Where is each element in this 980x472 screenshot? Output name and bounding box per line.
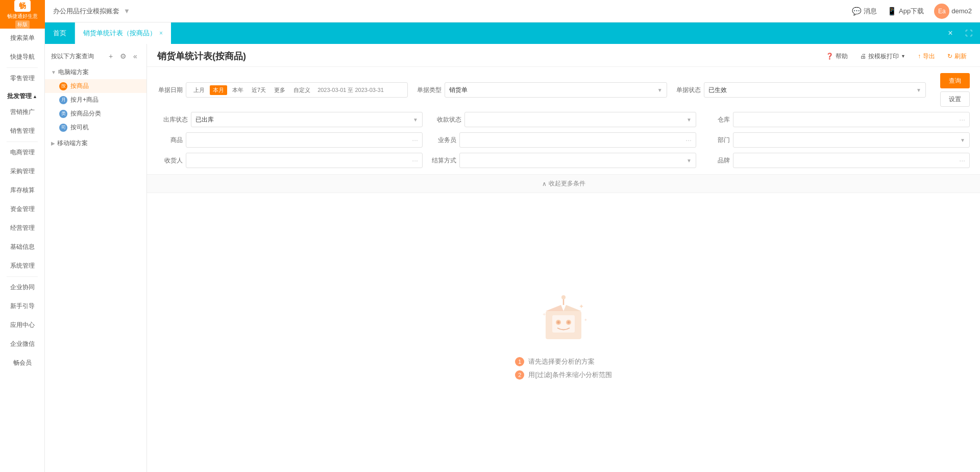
sidebar-item-marketing[interactable]: 营销推广 xyxy=(0,103,45,122)
app-download-action[interactable]: 📱 App下载 xyxy=(887,7,924,16)
sidebar-item-system-mgmt[interactable]: 系统管理 xyxy=(0,256,45,275)
date-range-text: 2023-03-01 至 2023-03-31 xyxy=(317,86,384,94)
tab-fullscreen-btn[interactable]: ⛶ xyxy=(962,26,976,40)
sidebar-item-finance-mgmt[interactable]: 资金管理 xyxy=(0,200,45,219)
header-actions: 💬 消息 📱 App下载 Ea demo2 xyxy=(852,4,972,19)
add-scheme-btn[interactable]: + xyxy=(106,51,116,61)
department-label: 部门 xyxy=(704,136,730,145)
print-icon: 🖨 xyxy=(860,53,866,60)
sidebar-item-quick-nav[interactable]: 快捷导航 xyxy=(0,48,45,66)
content-area: 按以下方案查询 + ⚙ « ▼ 电脑端方案 按 按商品 月 按月+ xyxy=(45,44,980,472)
warehouse-status-label: 出库状态 xyxy=(157,115,188,124)
tip-num-2: 2 xyxy=(515,370,524,380)
payment-status-select[interactable]: ▼ xyxy=(464,112,696,127)
date-tabs: 上月 本月 本年 近7天 更多 自定义 xyxy=(190,85,313,95)
edit-scheme-btn[interactable]: ⚙ xyxy=(118,51,128,61)
tab-close-window-btn[interactable]: × xyxy=(943,26,958,40)
tab-home[interactable]: 首页 xyxy=(45,22,75,44)
tree-node-by-printer[interactable]: 司 按司机 xyxy=(45,121,146,134)
message-action[interactable]: 💬 消息 xyxy=(852,7,877,16)
recipient-input[interactable]: ··· xyxy=(186,153,423,168)
sidebar-item-sales-mgmt[interactable]: 销售管理 xyxy=(0,122,45,140)
sidebar-item-app-center[interactable]: 应用中心 xyxy=(0,316,45,335)
empty-tip-1: 1 请先选择要分析的方案 xyxy=(515,357,611,366)
sidebar-item-enterprise-collab[interactable]: 企业协同 xyxy=(0,278,45,297)
date-tab-more[interactable]: 更多 xyxy=(271,85,288,95)
sidebar-item-search-menu[interactable]: 搜索菜单 xyxy=(0,29,45,48)
message-icon: 💬 xyxy=(852,7,862,16)
filter-settlement-item: 结算方式 ▼ xyxy=(431,153,696,168)
left-panel-actions: + ⚙ « xyxy=(106,51,140,61)
date-tab-custom[interactable]: 自定义 xyxy=(290,85,313,95)
sidebar-item-new-guide[interactable]: 新手引导 xyxy=(0,297,45,316)
date-tab-current-month[interactable]: 本月 xyxy=(210,85,227,95)
settlement-label: 结算方式 xyxy=(431,156,456,165)
recipient-label: 收货人 xyxy=(157,156,183,165)
department-select[interactable]: ▼ xyxy=(733,132,970,148)
filter-product-item: 商品 ··· xyxy=(157,132,423,148)
date-label: 单据日期 xyxy=(157,86,183,95)
filter-row-2: 出库状态 已出库 ▼ 收款状态 ▼ 仓库 xyxy=(157,112,970,127)
recipient-dots-icon: ··· xyxy=(412,156,418,164)
tab-active[interactable]: 销货单统计表（按商品） × xyxy=(75,22,171,44)
tree-node-by-product[interactable]: 按 按商品 xyxy=(45,79,146,93)
doc-type-select[interactable]: 销货单 ▼ xyxy=(445,82,667,98)
sidebar-item-ops-mgmt[interactable]: 经营管理 xyxy=(0,219,45,238)
product-dots-icon: ··· xyxy=(412,136,418,144)
empty-tip-2: 2 用[过滤]条件来缩小分析范围 xyxy=(515,370,611,380)
brand-input[interactable]: ··· xyxy=(733,153,970,168)
warehouse-input[interactable]: ··· xyxy=(733,112,970,127)
filter-buttons: 查询 设置 xyxy=(940,73,970,107)
collapse-bar[interactable]: ∧ 收起更多条件 xyxy=(147,175,980,193)
warehouse-status-select[interactable]: 已出库 ▼ xyxy=(191,112,423,127)
tree-node-by-category[interactable]: 类 按商品分类 xyxy=(45,107,146,121)
warehouse-label: 仓库 xyxy=(704,115,730,124)
filter-brand-item: 品牌 ··· xyxy=(704,153,970,168)
filter-row-1: 单据日期 上月 本月 本年 近7天 更多 自定义 2023-03-01 至 20… xyxy=(157,73,970,107)
sidebar-item-vip-member[interactable]: 畅会员 xyxy=(0,353,45,372)
workspace-dropdown-icon[interactable]: ▼ xyxy=(124,7,130,15)
tree-node-by-month-product[interactable]: 月 按月+商品 xyxy=(45,93,146,107)
help-btn[interactable]: ❓ 帮助 xyxy=(823,51,851,62)
sidebar-item-inventory[interactable]: 库存核算 xyxy=(0,181,45,200)
print-btn[interactable]: 🖨 按模板打印 xyxy=(857,51,909,62)
svg-point-7 xyxy=(561,295,566,299)
query-button[interactable]: 查询 xyxy=(940,73,970,88)
settlement-select[interactable]: ▼ xyxy=(459,153,696,168)
date-tab-last-month[interactable]: 上月 xyxy=(190,85,208,95)
refresh-btn[interactable]: ↻ 刷新 xyxy=(944,51,970,62)
export-btn[interactable]: ↑ 导出 xyxy=(915,51,938,62)
date-tab-current-year[interactable]: 本年 xyxy=(229,85,247,95)
date-tab-7days[interactable]: 近7天 xyxy=(249,85,269,95)
filter-doc-status-item: 单据状态 已生效 ▼ xyxy=(675,82,926,98)
app-subtitle: 标版 xyxy=(15,20,30,29)
desktop-section-title[interactable]: ▼ 电脑端方案 xyxy=(45,65,146,79)
filter-salesperson-item: 业务员 ··· xyxy=(431,132,696,148)
username: demo2 xyxy=(951,7,972,15)
filter-payment-status-item: 收款状态 ▼ xyxy=(431,112,696,127)
salesperson-input[interactable]: ··· xyxy=(459,132,696,148)
collapse-panel-btn[interactable]: « xyxy=(130,51,140,61)
tab-close-icon[interactable]: × xyxy=(159,30,163,37)
top-header: 办公用品行业模拟账套 ▼ 💬 消息 📱 App下载 Ea demo2 xyxy=(45,0,980,22)
empty-state: ✦ ✦ ✦ 1 请先选择要分析的方案 2 用[过滤]条件来缩小分析范围 xyxy=(147,193,980,472)
sidebar-item-wholesale-mgmt[interactable]: 批发管理 ▲ xyxy=(0,88,45,103)
sidebar-item-base-info[interactable]: 基础信息 xyxy=(0,238,45,256)
user-profile-action[interactable]: Ea demo2 xyxy=(934,4,972,19)
sidebar-item-purchase-mgmt[interactable]: 采购管理 xyxy=(0,162,45,181)
product-label: 商品 xyxy=(157,136,183,145)
mobile-section-title[interactable]: ▶ 移动端方案 xyxy=(45,136,146,150)
doc-type-arrow-icon: ▼ xyxy=(657,87,663,93)
filter-warehouse-item: 仓库 ··· xyxy=(704,112,970,127)
date-range-picker[interactable]: 上月 本月 本年 近7天 更多 自定义 2023-03-01 至 2023-03… xyxy=(186,82,408,98)
chevron-up-icon: ▲ xyxy=(33,94,37,99)
sidebar-item-retail-mgmt[interactable]: 零售管理 xyxy=(0,69,45,88)
sidebar-item-enterprise-wechat[interactable]: 企业微信 xyxy=(0,335,45,353)
app-logo[interactable]: 畅 畅捷通好生意 标版 xyxy=(0,0,45,29)
sidebar-item-ecommerce-mgmt[interactable]: 电商管理 xyxy=(0,143,45,162)
product-input[interactable]: ··· xyxy=(186,132,423,148)
doc-status-select[interactable]: 已生效 ▼ xyxy=(704,82,926,98)
svg-text:✦: ✦ xyxy=(584,318,587,322)
node-icon-by-month: 月 xyxy=(59,96,67,104)
settings-button[interactable]: 设置 xyxy=(940,91,970,107)
